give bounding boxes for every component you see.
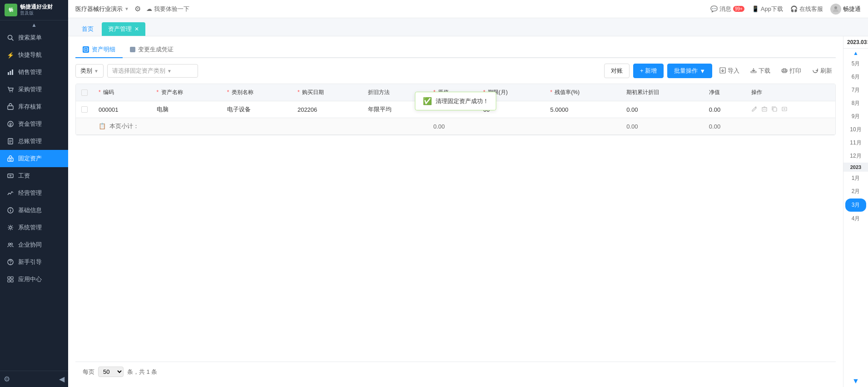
tab-asset-close-icon[interactable]: ✕	[134, 26, 139, 32]
main-content: 资产明细 变更生成凭证 类别 ▼ 请选择固定资产类别 ▼	[68, 36, 843, 387]
download-toolbar-btn[interactable]: 下载	[747, 64, 774, 78]
new-btn[interactable]: + 新增	[633, 64, 664, 78]
sidebar-item-cooperation[interactable]: 企业协同	[0, 236, 68, 253]
sidebar-item-quick-nav[interactable]: ⚡ 快捷导航	[0, 46, 68, 64]
topbar-settings-icon[interactable]: ⚙	[134, 5, 141, 13]
month-10[interactable]: 10月	[843, 123, 868, 136]
settings-footer-icon[interactable]: ⚙	[4, 375, 10, 383]
avatar	[830, 4, 841, 15]
sidebar-item-purchase[interactable]: 采购管理	[0, 81, 68, 98]
import-label: 导入	[728, 67, 739, 75]
download-label: App下载	[761, 5, 783, 13]
sidebar-item-cooperation-label: 企业协同	[18, 241, 42, 249]
service-label: 在线客服	[799, 5, 823, 13]
month-2023-3[interactable]: 3月	[845, 198, 866, 212]
sidebar-item-search[interactable]: 搜索菜单	[0, 29, 68, 46]
row-checkbox-cell[interactable]	[76, 101, 93, 118]
reconcile-btn[interactable]: 对账	[604, 64, 630, 78]
app-subtitle: 普及版	[20, 10, 53, 16]
select-all-checkbox[interactable]	[81, 89, 88, 96]
toast-message: 清理固定资产成功！	[436, 97, 489, 105]
copy-icon[interactable]	[771, 106, 778, 114]
svg-rect-7	[8, 106, 13, 109]
panel-down-icon[interactable]: ▼	[852, 377, 859, 385]
cooperation-icon	[6, 241, 15, 249]
month-7[interactable]: 7月	[843, 84, 868, 97]
row-net-value: 0.00	[704, 101, 746, 118]
print-label: 打印	[789, 67, 801, 75]
notification-btn[interactable]: 💬 消息 99+	[710, 5, 744, 13]
sidebar-item-basic-info[interactable]: 基础信息	[0, 202, 68, 219]
svg-rect-13	[8, 158, 13, 161]
sidebar-item-system[interactable]: 系统管理	[0, 219, 68, 236]
topbar-right: 💬 消息 99+ 📱 App下载 🎧 在线客服 畅捷通	[710, 4, 861, 15]
subtotal-net: 0.00	[704, 118, 746, 135]
category-input[interactable]: 请选择固定资产类别 ▼	[107, 64, 198, 78]
sidebar-item-inventory[interactable]: 库存核算	[0, 98, 68, 115]
sidebar-item-fund-label: 资金管理	[18, 120, 42, 128]
panel-up-icon[interactable]: ▲	[853, 50, 858, 56]
tab-home[interactable]: 首页	[75, 22, 100, 36]
svg-rect-47	[782, 107, 787, 111]
month-12[interactable]: 12月	[843, 149, 868, 163]
month-2023-1[interactable]: 1月	[843, 172, 868, 185]
svg-rect-4	[12, 69, 13, 75]
sales-icon	[6, 68, 15, 76]
more-icon[interactable]	[781, 106, 788, 114]
user-btn[interactable]: 畅捷通	[830, 4, 861, 15]
collapse-sidebar-icon[interactable]: ◀	[59, 375, 64, 383]
right-panel-header: 2023.03 ✕ ⤢	[843, 36, 868, 49]
online-service-btn[interactable]: 🎧 在线客服	[790, 5, 823, 13]
sidebar-item-sales[interactable]: 销售管理	[0, 64, 68, 81]
delete-icon[interactable]	[761, 106, 768, 114]
sidebar-item-payroll-label: 工资	[18, 172, 30, 180]
sidebar-scroll-up-icon[interactable]: ▲	[31, 22, 37, 28]
month-2023-2[interactable]: 2月	[843, 185, 868, 198]
print-btn[interactable]: 打印	[778, 64, 805, 78]
svg-point-23	[11, 243, 13, 245]
month-9[interactable]: 9月	[843, 110, 868, 123]
table-header-net-value: 净值	[704, 84, 746, 101]
refresh-btn[interactable]: 刷新	[808, 64, 836, 78]
row-residual-rate: 5.0000	[545, 101, 621, 118]
sidebar-item-payroll[interactable]: 工资	[0, 167, 68, 184]
edit-icon[interactable]	[751, 106, 758, 114]
sidebar-item-app-center[interactable]: 应用中心	[0, 271, 68, 288]
refresh-icon	[812, 67, 818, 75]
sidebar-item-ledger[interactable]: 总账管理	[0, 133, 68, 150]
import-btn[interactable]: 导入	[716, 64, 743, 78]
main-area: 医疗器械行业演示 ▼ ⚙ ☁ 我要体验一下 💬 消息 99+ 📱 App下载 🎧…	[68, 0, 868, 387]
app-center-icon	[6, 275, 15, 283]
month-6[interactable]: 6月	[843, 70, 868, 84]
month-2023-4[interactable]: 4月	[843, 212, 868, 225]
page-size-select[interactable]: 50 100 200	[98, 367, 124, 377]
row-initial-accumulated: 0.00	[621, 101, 704, 118]
sidebar-item-operations[interactable]: 经营管理	[0, 184, 68, 202]
table-header-checkbox[interactable]	[76, 84, 93, 101]
company-selector[interactable]: 医疗器械行业演示 ▼	[75, 5, 129, 13]
download-icon: 📱	[752, 5, 759, 12]
sidebar: 畅 畅捷通好业财 普及版 ▲ 搜索菜单 ⚡ 快捷导航 销售管理	[0, 0, 68, 387]
tab-asset[interactable]: 资产管理 ✕	[102, 22, 145, 36]
operations-icon	[6, 189, 15, 197]
panel-up-nav: ▲	[843, 49, 868, 57]
sidebar-item-fixed-asset[interactable]: 固定资产	[0, 150, 68, 167]
experience-btn[interactable]: ☁ 我要体验一下	[146, 5, 189, 13]
year-2023-label: 2023	[843, 163, 868, 172]
sub-tab-asset-detail[interactable]: 资产明细	[75, 42, 123, 58]
month-11[interactable]: 11月	[843, 136, 868, 149]
sidebar-item-fund[interactable]: 资金管理	[0, 115, 68, 133]
sidebar-item-basic-info-label: 基础信息	[18, 206, 42, 214]
row-checkbox[interactable]	[81, 106, 88, 113]
category-filter[interactable]: 类别 ▼	[75, 64, 104, 78]
month-8[interactable]: 8月	[843, 97, 868, 110]
month-5[interactable]: 5月	[843, 57, 868, 70]
sub-tab-change-voucher[interactable]: 变更生成凭证	[123, 42, 181, 57]
app-logo: 畅	[5, 4, 17, 16]
app-download-btn[interactable]: 📱 App下载	[752, 5, 783, 13]
notification-icon: 💬	[710, 5, 718, 12]
batch-btn[interactable]: 批量操作 ▼	[667, 64, 712, 78]
svg-point-25	[10, 264, 11, 265]
sidebar-item-guide[interactable]: 新手引导	[0, 253, 68, 271]
svg-point-21	[10, 227, 12, 229]
